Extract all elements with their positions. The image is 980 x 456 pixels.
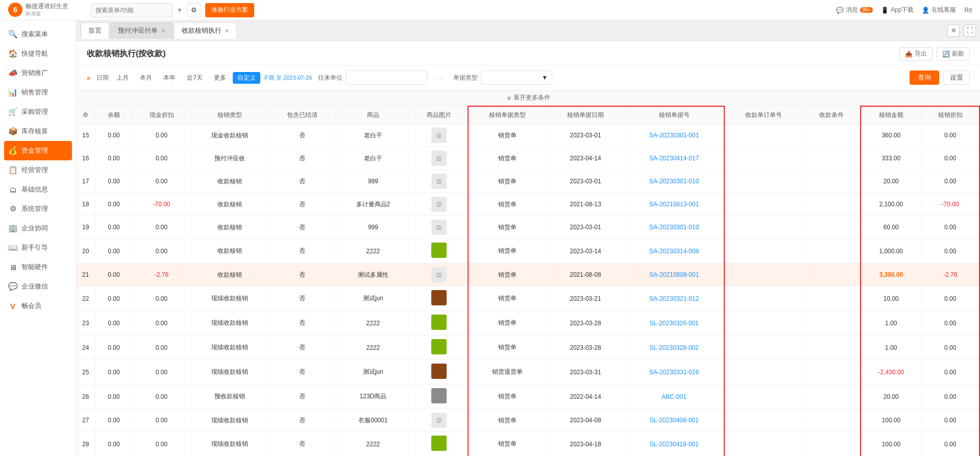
row-cash-discount: -70.00: [133, 193, 190, 216]
row-receipt-order-no: [724, 409, 803, 432]
filter-btn-custom[interactable]: 自定义: [233, 72, 260, 84]
table-row: 22 0.00 0.00 现续收款核销 否 测试jun 销货单 2023-03-…: [77, 286, 979, 311]
table-wrap[interactable]: ⚙ 余额 现金折扣 核销类型 包含已结清 商品 商品图片 核销单据类型 核销单据…: [77, 106, 980, 456]
sidebar-item-finance[interactable]: 💰 资金管理: [4, 141, 72, 160]
sidebar-item-purchase[interactable]: 🛒 采购管理: [0, 102, 76, 122]
row-balance: 0.00: [95, 193, 133, 216]
row-cancel-bill-no[interactable]: SA-20230414-017: [624, 147, 724, 170]
row-cancel-bill-no[interactable]: ABC-001: [624, 385, 724, 409]
sidebar-item-inventory[interactable]: 📦 库存核算: [0, 122, 76, 141]
sidebar-item-sales[interactable]: 📊 销售管理: [0, 83, 76, 102]
message-btn[interactable]: 💬 消息 99+: [836, 6, 873, 14]
goods-image: [431, 290, 447, 305]
row-cancel-bill-no[interactable]: SA-20230321-012: [624, 286, 724, 311]
tab-prepay-close[interactable]: ✕: [161, 28, 165, 34]
finance-icon: 💰: [8, 146, 17, 155]
row-id: 20: [77, 239, 95, 263]
filter-btn-lastmonth[interactable]: 上月: [112, 72, 133, 84]
row-cancel-discount: 0.00: [921, 239, 979, 263]
row-receipt-order-no: [724, 335, 803, 360]
row-cancel-discount: 0.00: [921, 124, 979, 147]
row-cancel-bill-no[interactable]: SA-20230301-001: [624, 124, 724, 147]
industry-btn[interactable]: 体验行业方案: [205, 3, 254, 17]
filter-btn-thismonth[interactable]: 本月: [135, 72, 157, 84]
row-cancel-bill-no[interactable]: SA-20230301-010: [624, 216, 724, 239]
logo-sub: 标准版: [26, 10, 68, 17]
row-balance: 0.00: [95, 409, 133, 432]
table-row: 15 0.00 0.00 现金收款核销 否 老白干 🖼 销货单 2023-03-…: [77, 124, 979, 147]
tab-prepay[interactable]: 预付冲应付单 ✕: [110, 22, 173, 39]
row-cancel-bill-no[interactable]: SL-20230418-001: [624, 432, 724, 457]
sidebar-item-search[interactable]: 🔍 搜索菜单: [0, 25, 76, 44]
sidebar-item-wechat[interactable]: 💬 企业微信: [0, 277, 76, 296]
sidebar-item-basic[interactable]: 🗂 基础信息: [0, 180, 76, 199]
refresh-btn[interactable]: 🔄 刷新: [937, 47, 970, 61]
th-cancel-type: 核销类型: [190, 106, 268, 124]
page-title: 收款核销执行(按收款): [87, 49, 166, 59]
setting-btn[interactable]: 设置: [943, 70, 970, 85]
export-btn[interactable]: 📤 导出: [899, 47, 933, 61]
sidebar-item-marketing[interactable]: 📣 营销推广: [0, 63, 76, 83]
refresh-icon: 🔄: [942, 51, 950, 58]
filter-btn-7days[interactable]: 近7天: [182, 72, 207, 84]
row-cancel-bill-no[interactable]: SL-20230408-001: [624, 409, 724, 432]
sidebar-item-guide[interactable]: 📖 新手引导: [0, 238, 76, 257]
online-service-btn[interactable]: 👤 在线客服: [922, 6, 956, 14]
search-icon: 🔍: [8, 30, 17, 39]
goods-image: 🖼: [431, 128, 447, 143]
sidebar-label-wechat: 企业微信: [21, 282, 48, 291]
row-receipt-condition: [802, 193, 861, 216]
row-cancel-bill-no[interactable]: SA-20230314-008: [624, 239, 724, 263]
row-include-settled: 否: [268, 360, 336, 385]
row-include-settled: 否: [268, 311, 336, 335]
row-cancel-bill-type: 销货单: [468, 286, 547, 311]
user-name[interactable]: Rit: [964, 7, 972, 14]
row-goods-img: 🖼: [410, 147, 468, 170]
row-cancel-bill-no[interactable]: SA-20210813-001: [624, 193, 724, 216]
row-cancel-bill-no[interactable]: SL-20230328-001: [624, 311, 724, 335]
app-icon: 📱: [881, 7, 889, 14]
main-layout: 🔍 搜索菜单 🏠 快捷导航 📣 营销推广 📊 销售管理 🛒 采购管理 📦 库存核…: [0, 20, 980, 456]
filter-btn-thisyear[interactable]: 本年: [159, 72, 180, 84]
filter-partner-dots[interactable]: ···: [430, 74, 447, 82]
query-btn[interactable]: 查询: [910, 70, 939, 85]
dropdown-arrow-icon[interactable]: ▼: [177, 7, 183, 14]
filter-partner-input[interactable]: [350, 74, 422, 81]
row-id: 25: [77, 360, 95, 385]
filter-expand-arrow[interactable]: »: [87, 74, 90, 82]
sidebar-item-quicknav[interactable]: 🏠 快捷导航: [0, 44, 76, 63]
search-input[interactable]: [91, 3, 173, 17]
app-download-btn[interactable]: 📱 App下载: [881, 6, 914, 14]
row-cancel-bill-no[interactable]: SA-20210808-001: [624, 263, 724, 286]
tab-home[interactable]: 首页: [81, 22, 109, 39]
sidebar-item-operation[interactable]: 📋 经营管理: [0, 160, 76, 180]
filter-partner-label: 往来单位: [318, 74, 342, 82]
sidebar-item-hardware[interactable]: 🖥 智能硬件: [0, 257, 76, 277]
row-cancel-bill-no[interactable]: SA-20230301-010: [624, 170, 724, 193]
settings-icon[interactable]: ⚙: [187, 3, 201, 17]
row-cancel-type: 预付冲应收: [190, 147, 268, 170]
th-settings[interactable]: ⚙: [77, 106, 95, 124]
row-cancel-bill-no[interactable]: SA-20230331-026: [624, 360, 724, 385]
table-row: 28 0.00 0.00 现续收款核销 否 2222 销货单 2023-04-1…: [77, 432, 979, 457]
filter-btn-more[interactable]: 更多: [209, 72, 231, 84]
sidebar-item-member[interactable]: V 畅会员: [0, 296, 76, 316]
logo-name: 畅捷通谱好生意: [26, 3, 68, 10]
message-label: 消息: [846, 6, 858, 14]
goods-image: 🖼: [431, 174, 447, 189]
tab-receipt[interactable]: 收款核销执行 ✕: [174, 22, 237, 39]
expand-more-bar[interactable]: ∨ 展开更多条件: [77, 90, 980, 106]
tab-receipt-close[interactable]: ✕: [225, 28, 229, 34]
sidebar-item-system[interactable]: ⚙ 系统管理: [0, 199, 76, 219]
filter-receipt-type-select[interactable]: ▼: [481, 70, 552, 85]
th-cancel-bill-date: 核销单据日期: [547, 106, 625, 124]
message-badge: 99+: [860, 7, 873, 13]
sidebar-label-corp: 企业协同: [21, 224, 48, 233]
row-cancel-discount: -70.00: [921, 193, 979, 216]
row-cancel-bill-no[interactable]: SL-20230328-002: [624, 335, 724, 360]
page-content: 收款核销执行(按收款) 📤 导出 🔄 刷新 » 日期: [77, 41, 980, 456]
tab-expand-btn[interactable]: ⛶: [964, 25, 976, 37]
tab-close-btn[interactable]: ✕: [947, 25, 960, 37]
sidebar-item-corp[interactable]: 🏢 企业协同: [0, 219, 76, 238]
row-include-settled: 否: [268, 263, 336, 286]
